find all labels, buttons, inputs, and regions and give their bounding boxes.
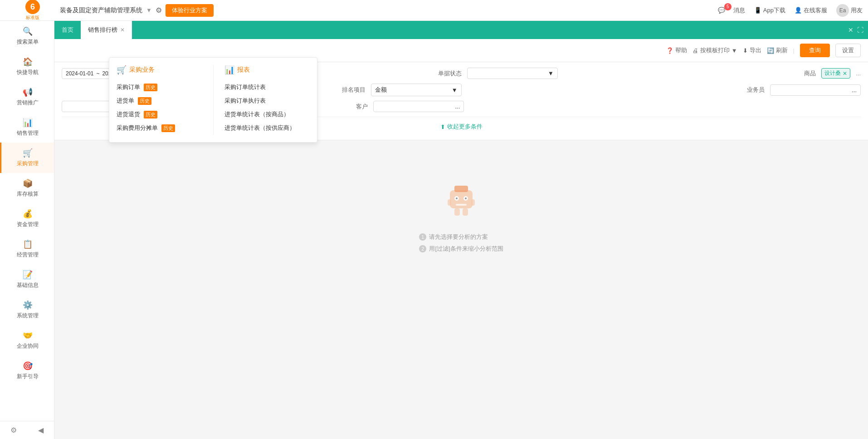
app-download-label: App下载 bbox=[763, 6, 785, 15]
tab-bar: 首页 销售排行榜 ✕ ✕ ⛶ bbox=[54, 21, 868, 39]
query-btn[interactable]: 查询 bbox=[800, 44, 830, 57]
sidebar-label-nav: 快捷导航 bbox=[17, 69, 39, 76]
dropdown-menu: 🛒 采购业务 采购订单 历史 进货单 历史 进货退货 历史 bbox=[109, 57, 317, 143]
tab-window-close-icon[interactable]: ✕ bbox=[848, 26, 853, 34]
sidebar-item-system[interactable]: ⚙️ 系统管理 bbox=[0, 295, 54, 325]
main-layout: 🔍 搜索菜单 🏠 快捷导航 📢 营销推广 📊 销售管理 🛒 采购管理 📦 库存核… bbox=[0, 21, 868, 439]
system-dropdown-arrow[interactable]: ▼ bbox=[146, 7, 152, 14]
svg-rect-1 bbox=[454, 186, 468, 192]
sidebar-bottom: ⚙ ◀ bbox=[0, 421, 54, 439]
sidebar-label-search: 搜索菜单 bbox=[17, 38, 39, 46]
svg-rect-10 bbox=[463, 208, 468, 216]
refresh-icon: 🔄 bbox=[767, 47, 774, 54]
finance-icon: 💰 bbox=[23, 209, 33, 219]
dropdown-purchase-order[interactable]: 采购订单 历史 bbox=[117, 80, 202, 94]
tip-num-2: 2 bbox=[419, 245, 426, 252]
rank-label: 排名项目 bbox=[342, 86, 366, 94]
logo-area: 6 标准版 bbox=[5, 0, 60, 21]
customer-select[interactable]: ... bbox=[373, 101, 464, 112]
dropdown-receive-order-label: 进货单 bbox=[117, 97, 134, 105]
report-col-title: 📊 报表 bbox=[224, 65, 310, 75]
user-item[interactable]: Ea 用友 bbox=[836, 4, 863, 17]
dropdown-receive-stat-supplier[interactable]: 进货单统计表（按供应商） bbox=[224, 121, 310, 135]
sidebar-item-basics[interactable]: 📝 基础信息 bbox=[0, 264, 54, 295]
sidebar-item-inventory[interactable]: 📦 库存核算 bbox=[0, 173, 54, 203]
goods-more-icon[interactable]: ... bbox=[856, 70, 861, 77]
salesperson-select[interactable]: ... bbox=[770, 84, 861, 96]
guide-icon: 🎯 bbox=[23, 361, 33, 371]
industry-btn[interactable]: 体验行业方案 bbox=[166, 4, 214, 17]
tab-close-icon[interactable]: ✕ bbox=[120, 27, 125, 33]
report-col: 📊 报表 采购订单统计表 采购订单执行表 进货单统计表（按商品） 进货单统计表（… bbox=[224, 65, 310, 135]
goods-label: 商品 bbox=[804, 69, 816, 78]
marketing-icon: 📢 bbox=[23, 87, 33, 97]
online-service-label: 在线客服 bbox=[804, 6, 827, 15]
tab-expand-icon[interactable]: ⛶ bbox=[857, 26, 863, 34]
date-separator: ~ bbox=[96, 70, 99, 77]
dropdown-purchase-order-exec[interactable]: 采购订单执行表 bbox=[224, 94, 310, 108]
app-download-item[interactable]: 📱 App下载 bbox=[754, 6, 785, 15]
sidebar: 🔍 搜索菜单 🏠 快捷导航 📢 营销推广 📊 销售管理 🛒 采购管理 📦 库存核… bbox=[0, 21, 54, 439]
system-icon: ⚙️ bbox=[23, 300, 33, 310]
order-status-dropdown-icon: ▼ bbox=[548, 70, 554, 77]
goods-tag-remove[interactable]: ✕ bbox=[843, 70, 847, 77]
sidebar-item-marketing[interactable]: 📢 营销推广 bbox=[0, 82, 54, 112]
search-icon: 🔍 bbox=[23, 26, 33, 36]
order-status-select[interactable]: ▼ bbox=[467, 68, 558, 79]
online-service-item[interactable]: 👤 在线客服 bbox=[795, 6, 827, 15]
customer-more-icon[interactable]: ... bbox=[455, 103, 460, 110]
collab-icon: 🤝 bbox=[23, 330, 33, 340]
logo-icon: 6 bbox=[25, 0, 40, 14]
dropdown-purchase-order-stat[interactable]: 采购订单统计表 bbox=[224, 80, 310, 94]
rank-select[interactable]: 金额 ▼ bbox=[371, 84, 462, 96]
system-settings-icon[interactable]: ⚙ bbox=[156, 6, 162, 15]
sidebar-item-guide[interactable]: 🎯 新手引导 bbox=[0, 355, 54, 386]
tab-sales-rank-label: 销售排行榜 bbox=[88, 26, 117, 34]
help-icon: ❓ bbox=[666, 47, 673, 54]
tab-bar-right: ✕ ⛶ bbox=[848, 26, 868, 34]
system-title: 装备及固定资产辅助管理系统 bbox=[60, 6, 142, 15]
sidebar-collapse-btn[interactable]: ◀ bbox=[38, 426, 44, 434]
goods-tag[interactable]: 设计桑 ✕ bbox=[821, 68, 850, 79]
dropdown-receive-stat-goods[interactable]: 进货单统计表（按商品） bbox=[224, 108, 310, 121]
purchase-col-title-text: 采购业务 bbox=[129, 66, 155, 74]
purchase-order-history-badge: 历史 bbox=[144, 84, 157, 91]
sales-icon: 📊 bbox=[23, 118, 33, 128]
refresh-btn[interactable]: 🔄 刷新 bbox=[767, 46, 788, 54]
collapse-up-icon: ⬆ bbox=[440, 123, 445, 130]
sidebar-item-sales[interactable]: 📊 销售管理 bbox=[0, 112, 54, 143]
expense-history-badge: 历史 bbox=[161, 124, 175, 132]
tip-text-2: 用[过滤]条件来缩小分析范围 bbox=[429, 243, 503, 255]
dropdown-receive-order[interactable]: 进货单 历史 bbox=[117, 94, 202, 108]
svg-point-5 bbox=[465, 197, 467, 199]
help-btn[interactable]: ❓ 帮助 bbox=[666, 46, 687, 54]
print-btn[interactable]: 🖨 按模板打印 ▼ bbox=[692, 46, 737, 54]
print-dropdown-icon[interactable]: ▼ bbox=[731, 47, 737, 54]
sidebar-settings-btn[interactable]: ⚙ bbox=[10, 426, 17, 434]
tab-home[interactable]: 首页 bbox=[54, 21, 81, 39]
sidebar-item-search[interactable]: 🔍 搜索菜单 bbox=[0, 21, 54, 51]
svg-point-4 bbox=[456, 197, 458, 199]
page-content: ❓ 帮助 🖨 按模板打印 ▼ ⬇ 导出 🔄 刷新 bbox=[54, 39, 868, 439]
header-middle: 装备及固定资产辅助管理系统 ▼ ⚙ 体验行业方案 bbox=[60, 4, 718, 17]
dropdown-expense-label: 采购费用分摊单 bbox=[117, 124, 158, 132]
report-col-title-text: 报表 bbox=[237, 66, 250, 74]
home-icon: 🏠 bbox=[23, 57, 33, 67]
export-btn[interactable]: ⬇ 导出 bbox=[743, 46, 761, 54]
sidebar-item-operations[interactable]: 📋 经营管理 bbox=[0, 234, 54, 264]
sidebar-item-finance[interactable]: 💰 资金管理 bbox=[0, 203, 54, 234]
dropdown-return-goods[interactable]: 进货退货 历史 bbox=[117, 108, 202, 121]
purchase-col: 🛒 采购业务 采购订单 历史 进货单 历史 进货退货 历史 bbox=[117, 65, 202, 135]
sidebar-label-collab: 企业协同 bbox=[17, 342, 39, 350]
svg-rect-7 bbox=[448, 199, 451, 206]
messages-item[interactable]: 💬 5 消息 bbox=[718, 6, 745, 15]
sidebar-item-collab[interactable]: 🤝 企业协同 bbox=[0, 325, 54, 355]
filter-settings-btn[interactable]: 设置 bbox=[835, 44, 861, 57]
tab-sales-rank[interactable]: 销售排行榜 ✕ bbox=[81, 21, 132, 39]
sidebar-item-purchase[interactable]: 🛒 采购管理 bbox=[0, 143, 54, 173]
salesperson-more-icon[interactable]: ... bbox=[852, 87, 857, 94]
dropdown-expense[interactable]: 采购费用分摊单 历史 bbox=[117, 121, 202, 135]
sidebar-item-nav[interactable]: 🏠 快捷导航 bbox=[0, 51, 54, 82]
phone-icon: 📱 bbox=[754, 7, 761, 14]
tip-num-1: 1 bbox=[419, 233, 426, 241]
